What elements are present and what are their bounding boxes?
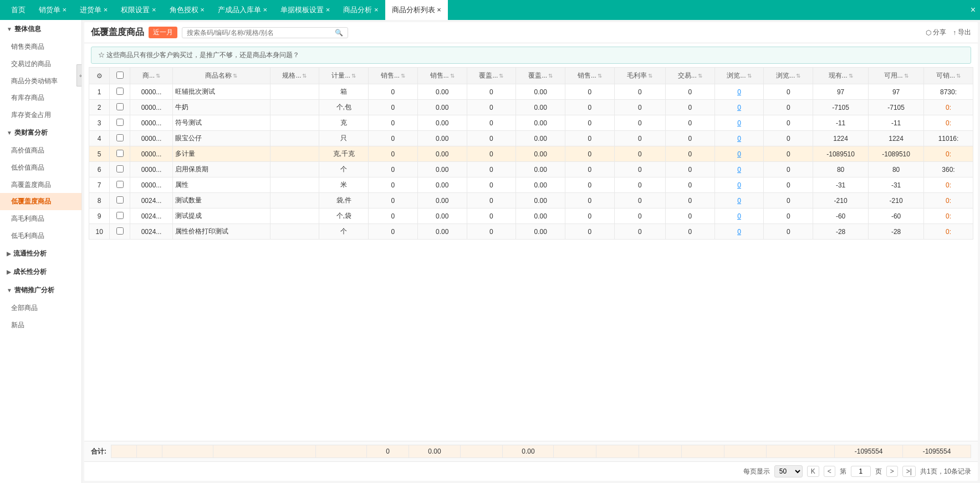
next-page-btn[interactable]: > (886, 466, 898, 477)
cell-checkbox[interactable] (110, 193, 130, 209)
sidebar-item-all-goods[interactable]: 全部商品 (0, 299, 81, 317)
col-available[interactable]: 可用...⇅ (869, 68, 924, 84)
row-checkbox[interactable] (116, 88, 124, 95)
section-arrow-marketing: ▼ (7, 287, 12, 293)
col-sales-amt[interactable]: 销售...⇅ (417, 68, 467, 84)
last-page-btn[interactable]: >| (902, 466, 916, 477)
cell-browse1[interactable]: 0 (714, 224, 764, 240)
cell-checkbox[interactable] (110, 131, 130, 146)
cell-checkbox[interactable] (110, 162, 130, 177)
col-trade[interactable]: 交易...⇅ (665, 68, 714, 84)
sidebar-collapse-btn[interactable]: « (76, 64, 82, 87)
cell-browse1[interactable]: 0 (714, 100, 764, 115)
col-code[interactable]: 商...⇅ (130, 68, 173, 84)
row-checkbox[interactable] (116, 196, 124, 204)
share-btn[interactable]: ⬡ 分享 (926, 28, 946, 37)
nav-production[interactable]: 产成品入库单 × (211, 0, 274, 20)
cell-browse1[interactable]: 0 (714, 193, 764, 209)
sidebar-item-category-rate[interactable]: 商品分类动销率 (0, 73, 81, 90)
sidebar-item-new-goods[interactable]: 新品 (0, 317, 81, 334)
sidebar-item-low-value[interactable]: 低价值商品 (0, 159, 81, 176)
window-close-btn[interactable]: × (971, 5, 976, 15)
row-checkbox[interactable] (116, 119, 124, 126)
cell-available: -11 (869, 115, 924, 131)
col-spec[interactable]: 规格...⇅ (270, 68, 319, 84)
sidebar-section-overall[interactable]: ▼ 整体信息 (0, 20, 81, 38)
sidebar-section-wealth[interactable]: ▼ 类财富分析 (0, 124, 81, 142)
sidebar-item-low-profit[interactable]: 低毛利商品 (0, 227, 81, 245)
row-checkbox[interactable] (116, 103, 124, 110)
export-btn[interactable]: ↑ 导出 (953, 28, 971, 37)
nav-purchase[interactable]: 进货单 × (73, 0, 114, 20)
table-container[interactable]: ⚙ 商...⇅ 商品名称⇅ 规格...⇅ 计量...⇅ 销售...⇅ 销售...… (89, 67, 973, 441)
nav-sales[interactable]: 销货单 × (32, 0, 73, 20)
sidebar-item-in-stock[interactable]: 有库存商品 (0, 89, 81, 106)
select-all-checkbox[interactable] (116, 72, 124, 79)
row-checkbox[interactable] (116, 150, 124, 157)
col-cover1[interactable]: 覆盖...⇅ (467, 68, 516, 84)
cell-browse1[interactable]: 0 (714, 162, 764, 177)
nav-home[interactable]: 首页 (4, 0, 32, 20)
row-checkbox[interactable] (116, 181, 124, 188)
col-sales2[interactable]: 销售...⇅ (565, 68, 615, 84)
sidebar-item-capital[interactable]: 库存资金占用 (0, 106, 81, 124)
cell-browse1[interactable]: 0 (714, 177, 764, 193)
prev-page-btn[interactable]: < (824, 466, 835, 477)
per-page-select[interactable]: 50 100 200 (774, 465, 803, 477)
col-browse2[interactable]: 浏览...⇅ (764, 68, 813, 84)
cell-cover2: 0.00 (516, 224, 565, 240)
row-checkbox[interactable] (116, 227, 124, 235)
col-browse1[interactable]: 浏览...⇅ (714, 68, 764, 84)
row-checkbox[interactable] (116, 134, 124, 141)
time-filter-btn[interactable]: 近一月 (149, 27, 177, 38)
sidebar-item-high-coverage[interactable]: 高覆盖度商品 (0, 176, 81, 194)
page-input[interactable] (851, 466, 871, 477)
cell-browse1[interactable]: 0 (714, 131, 764, 146)
sidebar-item-high-profit[interactable]: 高毛利商品 (0, 210, 81, 227)
cell-code: 0000... (130, 100, 173, 115)
col-sales-qty[interactable]: 销售...⇅ (369, 68, 418, 84)
col-checkbox[interactable] (110, 68, 130, 84)
sidebar-item-high-value[interactable]: 高价值商品 (0, 142, 81, 159)
cell-browse1[interactable]: 0 (714, 209, 764, 224)
cell-checkbox[interactable] (110, 177, 130, 193)
sidebar-section-growth[interactable]: ▶ 成长性分析 (0, 263, 81, 281)
cell-checkbox[interactable] (110, 115, 130, 131)
sidebar-section-marketing[interactable]: ▼ 营销推广分析 (0, 281, 81, 299)
nav-analysis-list[interactable]: 商品分析列表 × (385, 0, 448, 20)
cell-checkbox[interactable] (110, 100, 130, 115)
col-settings[interactable]: ⚙ (89, 68, 110, 84)
col-saleable[interactable]: 可销...⇅ (924, 68, 973, 84)
nav-analysis[interactable]: 商品分析 × (336, 0, 385, 20)
nav-permissions[interactable]: 权限设置 × (114, 0, 162, 20)
cell-browse2: 0 (764, 115, 813, 131)
search-box[interactable]: 🔍 (182, 27, 348, 38)
sidebar-item-low-coverage[interactable]: 低覆盖度商品 (0, 193, 81, 210)
row-checkbox[interactable] (116, 212, 124, 219)
cell-cover1: 0 (467, 162, 516, 177)
cell-browse1[interactable]: 0 (714, 115, 764, 131)
cell-sales2: 0 (565, 209, 615, 224)
nav-roles[interactable]: 角色授权 × (163, 0, 211, 20)
col-name[interactable]: 商品名称⇅ (172, 68, 270, 84)
sidebar-item-traded-goods[interactable]: 交易过的商品 (0, 55, 81, 73)
col-unit[interactable]: 计量...⇅ (319, 68, 369, 84)
search-icon[interactable]: 🔍 (335, 29, 343, 37)
cell-available: 80 (869, 162, 924, 177)
row-checkbox[interactable] (116, 165, 124, 172)
cell-browse1[interactable]: 0 (714, 146, 764, 162)
col-current[interactable]: 现有...⇅ (813, 68, 869, 84)
col-gross-rate[interactable]: 毛利率⇅ (614, 68, 665, 84)
cell-checkbox[interactable] (110, 224, 130, 240)
cell-browse1[interactable]: 0 (714, 84, 764, 100)
cell-checkbox[interactable] (110, 84, 130, 100)
col-cover2[interactable]: 覆盖...⇅ (516, 68, 565, 84)
cell-checkbox[interactable] (110, 146, 130, 162)
table-row: 7 0000... 属性 米 0 0.00 0 0.00 0 0 0 0 0 -… (89, 177, 973, 193)
nav-templates[interactable]: 单据模板设置 × (274, 0, 336, 20)
first-page-btn[interactable]: K (807, 466, 819, 477)
cell-checkbox[interactable] (110, 209, 130, 224)
search-input[interactable] (187, 29, 333, 37)
sidebar-section-liquidity[interactable]: ▶ 流通性分析 (0, 245, 81, 263)
sidebar-item-sales-goods[interactable]: 销售类商品 (0, 38, 81, 55)
